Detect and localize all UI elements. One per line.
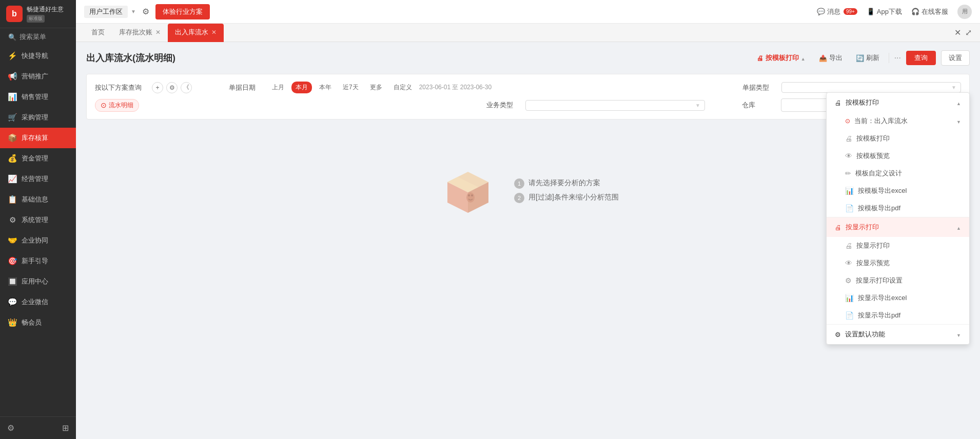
display-print-header[interactable]: 🖨 按显示打印 — [827, 217, 969, 237]
close-tab-button[interactable]: ✕ — [954, 28, 961, 37]
logo-icon: b — [6, 6, 23, 22]
empty-tip-2: 2 用[过滤]条件来缩小分析范围 — [514, 193, 619, 203]
sidebar-item-apps[interactable]: 🔲 应用中心 — [0, 271, 76, 292]
message-item[interactable]: 💬 消息 99+ — [817, 7, 857, 16]
empty-svg — [437, 156, 499, 218]
template-export-pdf-label: 按模板导出pdf — [858, 204, 900, 213]
sidebar-item-finance[interactable]: 💰 资金管理 — [0, 148, 76, 169]
display-export-excel-icon: 📊 — [845, 294, 854, 302]
service-label: 在线客服 — [922, 7, 948, 16]
print-template-button[interactable]: 🖨 按模板打印 — [753, 51, 810, 65]
user-avatar[interactable]: 用 — [957, 5, 972, 19]
template-custom-item[interactable]: ✏ 模板自定义设计 — [827, 165, 969, 182]
industry-solution-button[interactable]: 体验行业方案 — [155, 4, 210, 19]
display-print-settings-item[interactable]: ⚙ 按显示打印设置 — [827, 272, 969, 289]
dropdown-section-template: 🖨 按模板打印 ⊙ 当前：出入库流水 🖨 按模板打印 👁 按模板预览 — [827, 93, 969, 217]
business-type-select[interactable]: ▼ — [525, 100, 705, 111]
date-this-year[interactable]: 本年 — [315, 82, 336, 93]
date-this-month[interactable]: 本月 — [291, 82, 312, 93]
display-section-chevron — [956, 224, 961, 231]
apps-icon: 🔲 — [7, 276, 17, 287]
sidebar-item-guide[interactable]: 🎯 新手引导 — [0, 251, 76, 271]
date-last-7-days[interactable]: 近7天 — [339, 82, 363, 93]
tab-inventory-batch-label: 库存批次账 — [119, 28, 152, 37]
sidebar-item-inventory[interactable]: 📦 库存核算 — [0, 128, 76, 148]
current-template-item[interactable]: ⊙ 当前：出入库流水 — [827, 112, 969, 130]
display-export-pdf-icon: 📄 — [845, 311, 854, 320]
sidebar-item-system[interactable]: ⚙ 系统管理 — [0, 210, 76, 230]
sidebar-item-member[interactable]: 👑 畅会员 — [0, 312, 76, 333]
svg-point-6 — [471, 194, 473, 196]
template-preview-icon: 👁 — [845, 152, 852, 160]
default-func-header[interactable]: ⚙ 设置默认功能 — [827, 325, 969, 344]
template-print-item[interactable]: 🖨 按模板打印 — [827, 130, 969, 147]
sidebar-item-marketing[interactable]: 📢 营销推广 — [0, 66, 76, 87]
tab-warehouse-flow[interactable]: 出入库流水 ✕ — [168, 24, 224, 42]
collapse-filter-button[interactable]: 《 — [181, 82, 192, 93]
sidebar-item-sales[interactable]: 📊 销售管理 — [0, 87, 76, 107]
sidebar-item-quick-nav[interactable]: ⚡ 快捷导航 — [0, 46, 76, 66]
tab-inventory-batch[interactable]: 库存批次账 ✕ — [112, 24, 168, 42]
add-filter-button[interactable]: + — [152, 82, 163, 93]
search-icon: 🔍 — [8, 33, 16, 41]
tab-inventory-batch-close[interactable]: ✕ — [155, 29, 161, 36]
finance-icon: 💰 — [7, 153, 17, 164]
sidebar-item-operations[interactable]: 📈 经营管理 — [0, 169, 76, 189]
display-export-pdf-item[interactable]: 📄 按显示导出pdf — [827, 307, 969, 324]
tab-home[interactable]: 首页 — [84, 24, 112, 42]
date-custom[interactable]: 自定义 — [389, 82, 416, 93]
tab-warehouse-flow-close[interactable]: ✕ — [211, 29, 217, 36]
sidebar-logo: b 畅捷通好生意 标准版 — [0, 0, 76, 28]
expand-tab-button[interactable]: ⤢ — [965, 28, 972, 37]
workspace-selector[interactable]: 用户工作区 ▼ — [84, 6, 136, 18]
refresh-button[interactable]: 🔄 刷新 — [852, 51, 884, 65]
filter-tag-label: 流水明细 — [109, 101, 133, 110]
export-button[interactable]: 📤 导出 — [815, 51, 847, 65]
collapse-sidebar-icon[interactable]: ⊞ — [62, 423, 69, 433]
guide-icon: 🎯 — [7, 256, 17, 266]
display-print-settings-icon: ⚙ — [845, 276, 852, 285]
template-export-excel-item[interactable]: 📊 按模板导出excel — [827, 182, 969, 199]
marketing-icon: 📢 — [7, 71, 17, 82]
date-more[interactable]: 更多 — [366, 82, 386, 93]
filter-settings-button[interactable]: ⚙ — [166, 82, 178, 93]
operations-icon: 📈 — [7, 174, 17, 184]
filter-row-1: 按以下方案查询 + ⚙ 《 单据日期 上月 本月 本年 近7天 更多 自定义 — [95, 82, 961, 93]
svg-point-4 — [466, 192, 475, 203]
service-item[interactable]: 🎧 在线客服 — [911, 7, 948, 16]
apps-label: 应用中心 — [22, 277, 69, 286]
user-name: 用 — [962, 8, 968, 15]
settings-button[interactable]: 设置 — [941, 50, 970, 66]
display-preview-item[interactable]: 👁 按显示预览 — [827, 254, 969, 272]
app-label: App下载 — [877, 7, 902, 16]
template-print-sub-label: 按模板打印 — [856, 134, 890, 143]
chevron-down-icon2: ▼ — [695, 103, 700, 108]
template-preview-item[interactable]: 👁 按模板预览 — [827, 147, 969, 165]
display-export-excel-item[interactable]: 📊 按显示导出excel — [827, 289, 969, 307]
sidebar-item-purchase[interactable]: 🛒 采购管理 — [0, 107, 76, 128]
filter-tag: ⊙ 流水明细 — [95, 99, 139, 112]
search-menu[interactable]: 🔍 搜索菜单 — [0, 28, 76, 46]
topbar-settings-icon[interactable]: ⚙ — [142, 7, 149, 16]
display-print-sub-icon: 🖨 — [845, 242, 852, 250]
filter-action-buttons: + ⚙ 《 — [152, 82, 192, 93]
sidebar-item-cooperation[interactable]: 🤝 企业协同 — [0, 230, 76, 251]
display-print-item[interactable]: 🖨 按显示打印 — [827, 237, 969, 254]
voucher-type-select[interactable]: ▼ — [781, 82, 961, 93]
sidebar-item-weixin[interactable]: 💬 企业微信 — [0, 292, 76, 312]
app-icon: 📱 — [867, 8, 875, 15]
app-download-item[interactable]: 📱 App下载 — [867, 7, 902, 16]
template-print-label: 按模板打印 — [846, 98, 879, 107]
finance-label: 资金管理 — [22, 154, 69, 163]
empty-illustration — [437, 156, 499, 229]
query-button[interactable]: 查询 — [906, 51, 936, 65]
sidebar-item-basic[interactable]: 📋 基础信息 — [0, 189, 76, 210]
sidebar-bottom: ⚙ ⊞ — [0, 416, 76, 439]
settings-bottom-icon[interactable]: ⚙ — [7, 423, 14, 433]
template-export-pdf-item[interactable]: 📄 按模板导出pdf — [827, 199, 969, 217]
more-dots[interactable]: ··· — [894, 53, 901, 63]
print-label: 按模板打印 — [766, 53, 799, 63]
sidebar-nav: ⚡ 快捷导航 📢 营销推广 📊 销售管理 🛒 采购管理 📦 库存核算 💰 资金管… — [0, 46, 76, 416]
template-print-header[interactable]: 🖨 按模板打印 — [827, 93, 969, 112]
date-last-month[interactable]: 上月 — [268, 82, 288, 93]
